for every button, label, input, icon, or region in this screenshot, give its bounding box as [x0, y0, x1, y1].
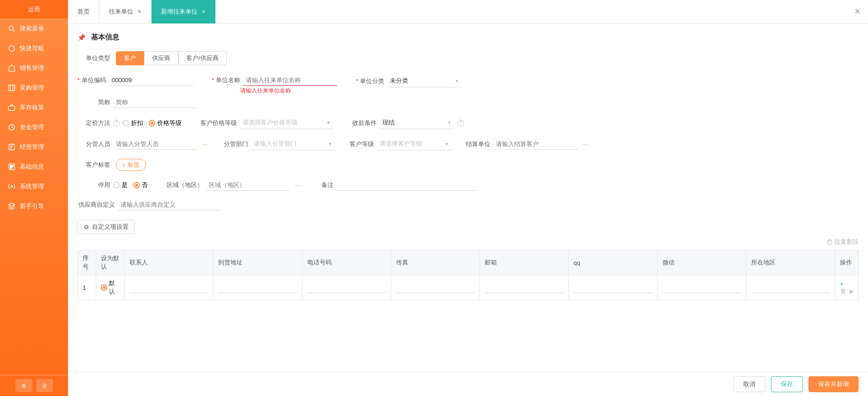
sidebar-item-sales[interactable]: 销售管理	[0, 58, 68, 78]
customer-tag-label: 客户标签	[77, 161, 110, 169]
customer-price-level-select[interactable]: 请选择客户价格等级 ▼	[240, 116, 334, 129]
radio-no[interactable]: 否	[133, 181, 148, 189]
row-address[interactable]	[213, 275, 302, 300]
region-more-icon[interactable]: ···	[293, 181, 303, 189]
sidebar-item-quicknav[interactable]: 快捷导航	[0, 39, 68, 58]
customer-price-level-field: 客户价格等级 请选择客户价格等级 ▼	[200, 116, 334, 129]
sidebar-bottom: 首 业	[0, 375, 68, 396]
sidebar-bottom-btn-2[interactable]: 业	[36, 379, 53, 392]
customize-btn-label: 自定义项设置	[92, 223, 129, 231]
sidebar-item-label: 销售管理	[20, 64, 44, 72]
radio-price-level[interactable]: 价格等级	[149, 119, 182, 127]
payment-term-help-icon[interactable]: ?	[457, 120, 464, 126]
row-region-input[interactable]	[751, 282, 830, 293]
tab-new-unit-close[interactable]: ✕	[201, 8, 206, 15]
unit-type-supplier[interactable]: 供应商	[144, 51, 178, 65]
contact-input[interactable]	[129, 282, 208, 293]
row-qq[interactable]	[569, 275, 657, 300]
row-fax[interactable]	[391, 275, 480, 300]
row-region[interactable]	[746, 275, 835, 300]
settlement-unit-label: 结算单位	[466, 140, 490, 148]
settlement-unit-more-icon[interactable]: ···	[580, 140, 590, 148]
save-button[interactable]: 保存	[771, 376, 803, 392]
sidebar-item-finance[interactable]: 资金管理	[0, 117, 68, 137]
customer-level-select[interactable]: 请选择客户等级 ▼	[377, 138, 452, 150]
home-icon	[8, 44, 16, 53]
main-area: 首页 往来单位 ✕ 新增往来单位 ✕ ✕ 📌 基本信息 单位类型 客户 供应商 …	[68, 0, 868, 396]
tab-home[interactable]: 首页	[68, 0, 99, 23]
unit-type-label: 单位类型	[77, 54, 110, 62]
row-add-icon[interactable]: +	[840, 280, 844, 287]
sidebar-logo: 运营	[0, 0, 68, 19]
radio-yes[interactable]: 是	[113, 181, 128, 189]
unit-code-input[interactable]	[109, 75, 193, 86]
disabled-label: 停用	[77, 181, 110, 189]
section-header: 📌 基本信息	[77, 33, 859, 42]
radio-no-circle	[133, 182, 140, 188]
unit-category-select[interactable]: 未分类 ▼	[387, 75, 462, 87]
radio-discount[interactable]: 折扣	[122, 119, 143, 127]
batch-delete-label[interactable]: 批量删除	[834, 238, 859, 246]
inventory-icon	[8, 103, 16, 112]
row-email[interactable]	[480, 275, 569, 300]
tab-new-unit[interactable]: 新增往来单位 ✕	[152, 0, 216, 23]
unit-type-both[interactable]: 客户/供应商	[178, 51, 227, 65]
supplier-custom-input[interactable]	[118, 199, 221, 210]
row-default-radio[interactable]	[101, 284, 107, 291]
chevron-down-icon-5: ▼	[444, 141, 449, 147]
sidebar-item-basic[interactable]: 基础信息	[0, 157, 68, 177]
tab-bar-close-btn[interactable]: ✕	[854, 7, 860, 16]
chevron-down-icon-4: ▼	[328, 141, 333, 147]
payment-term-select[interactable]: 现结 ▼	[380, 116, 455, 129]
sidebar-item-system[interactable]: 系统管理	[0, 177, 68, 196]
sidebar-item-label: 库存核算	[20, 103, 44, 112]
sidebar-item-label: 经营管理	[20, 143, 44, 151]
unit-name-input[interactable]	[243, 75, 337, 86]
unit-type-customer[interactable]: 客户	[116, 51, 144, 65]
row-wechat[interactable]	[657, 275, 746, 300]
radio-yes-circle	[113, 182, 120, 188]
sidebar-item-management[interactable]: 经营管理	[0, 137, 68, 157]
row-phone[interactable]	[302, 275, 391, 300]
row-delete-icon[interactable]: 🗑	[840, 287, 846, 295]
region-input[interactable]	[206, 179, 290, 191]
payment-term-field: 收款条件 现结 ▼ ?	[352, 116, 464, 129]
manager-more-icon[interactable]: ···	[200, 140, 210, 148]
short-name-input[interactable]	[113, 97, 198, 108]
customer-price-level-placeholder: 请选择客户价格等级	[243, 118, 324, 127]
customize-settings-button[interactable]: ⚙ 自定义项设置	[77, 220, 135, 234]
sidebar-item-search[interactable]: 搜索菜单	[0, 19, 68, 39]
row-contact[interactable]	[125, 275, 213, 300]
disabled-radio-group: 是 否	[113, 181, 148, 189]
unit-code-label: 单位编码	[77, 76, 106, 85]
settlement-unit-input[interactable]	[493, 139, 578, 150]
tab-units-close[interactable]: ✕	[137, 8, 142, 15]
email-input[interactable]	[485, 282, 563, 293]
remark-label: 备注	[321, 181, 334, 189]
department-label: 分管部门	[224, 140, 248, 148]
cancel-button[interactable]: 取消	[733, 376, 765, 392]
qq-input[interactable]	[573, 282, 652, 293]
fax-input[interactable]	[396, 282, 475, 293]
manager-input[interactable]	[113, 139, 198, 150]
customer-price-level-label: 客户价格等级	[200, 119, 237, 127]
phone-input[interactable]	[307, 282, 386, 293]
save-new-button[interactable]: 保存并新增	[808, 376, 859, 392]
tab-home-label: 首页	[77, 8, 90, 16]
sidebar-item-label: 快捷导航	[20, 44, 44, 53]
pricing-method-help-icon[interactable]: ?	[113, 120, 120, 126]
wechat-input[interactable]	[662, 282, 741, 293]
sidebar-bottom-btn-1[interactable]: 首	[15, 379, 32, 392]
sidebar-item-purchase[interactable]: 采购管理	[0, 78, 68, 98]
address-input[interactable]	[218, 282, 297, 293]
add-tag-button[interactable]: + 标签	[116, 159, 146, 171]
manager-field: 分管人员 ···	[77, 139, 210, 150]
tab-units[interactable]: 往来单位 ✕	[99, 0, 152, 23]
remark-input[interactable]	[336, 179, 477, 191]
department-select[interactable]: 请输入分管部门 ▼	[251, 138, 335, 150]
row-action: + 🗑 ▶	[835, 275, 859, 300]
sidebar-item-guide[interactable]: 新手引导	[0, 196, 68, 216]
basic-icon	[8, 163, 16, 171]
svg-line-1	[13, 30, 15, 32]
sidebar-item-inventory[interactable]: 库存核算	[0, 98, 68, 117]
